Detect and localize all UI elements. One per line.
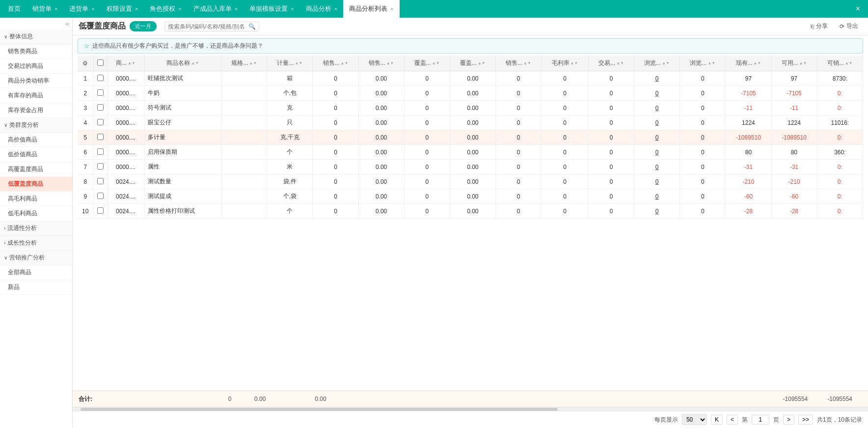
cell-browse1[interactable]: 0 [634,160,680,174]
cell-browse1[interactable]: 0 [634,115,680,130]
col-spec[interactable]: 规格... ▲▼ [221,56,267,71]
page-number-input[interactable] [752,415,769,425]
table-container[interactable]: ⚙ 商... ▲▼ 商品名称 [73,56,868,391]
nav-roles-close[interactable]: × [178,0,181,18]
row-checkbox[interactable] [97,104,104,111]
page-prev-button[interactable]: < [727,415,738,425]
share-button[interactable]: ⎗ 分享 [807,21,832,32]
browse1-link[interactable]: 0 [655,178,659,185]
col-margin[interactable]: 毛利率 ▲▼ [542,56,589,71]
nav-sales[interactable]: 销货单 × [27,0,63,18]
cell-checkbox[interactable] [93,174,107,189]
sidebar-item-low-margin[interactable]: 低毛利商品 [0,206,72,221]
sidebar-item-all-goods[interactable]: 全部商品 [0,265,72,280]
sidebar-section-overall[interactable]: ∨ 整体信息 [0,29,72,44]
nav-analysis-list-close[interactable]: × [390,0,393,18]
cell-browse1[interactable]: 0 [634,130,680,145]
browse1-link[interactable]: 0 [655,134,659,141]
cell-checkbox[interactable] [93,145,107,160]
sidebar-item-high-coverage[interactable]: 高覆盖度商品 [0,162,72,177]
nav-purchase-close[interactable]: × [91,0,94,18]
browse1-link[interactable]: 0 [655,149,659,156]
sidebar-item-category-rate[interactable]: 商品分类动销率 [0,74,72,88]
page-next-button[interactable]: > [783,415,794,425]
nav-production[interactable]: 产成品入库单 × [188,0,244,18]
row-checkbox[interactable] [97,163,104,170]
nav-permissions-close[interactable]: × [135,0,138,18]
col-trade[interactable]: 交易... ▲▼ [589,56,634,71]
sidebar-item-low-coverage[interactable]: 低覆盖度商品 [0,177,72,192]
col-current-stock[interactable]: 现有... ▲▼ [726,56,771,71]
search-icon[interactable]: 🔍 [248,23,256,30]
row-checkbox[interactable] [97,119,104,125]
sidebar-item-traded-goods[interactable]: 交易过的商品 [0,59,72,74]
cell-browse1[interactable]: 0 [634,86,680,101]
cell-browse1[interactable]: 0 [634,71,680,86]
browse1-link[interactable]: 0 [655,105,659,112]
col-name[interactable]: 商品名称 ▲▼ [144,56,221,71]
col-available[interactable]: 可用... ▲▼ [771,56,817,71]
page-first-button[interactable]: K [711,415,723,425]
col-code[interactable]: 商... ▲▼ [107,56,144,71]
search-input[interactable] [168,23,246,30]
export-button[interactable]: ⟳ 导出 [836,21,862,32]
select-all-checkbox[interactable] [97,59,104,66]
page-last-button[interactable]: >> [798,415,813,425]
sidebar-collapse-button[interactable]: « [0,18,72,29]
cell-checkbox[interactable] [93,71,107,86]
cell-checkbox[interactable] [93,130,107,145]
window-close-button[interactable]: × [850,4,866,13]
row-checkbox[interactable] [97,134,104,140]
row-checkbox[interactable] [97,178,104,184]
browse1-link[interactable]: 0 [655,208,659,215]
cell-browse1[interactable]: 0 [634,145,680,160]
col-sales-qty[interactable]: 销售... ▲▼ [313,56,358,71]
cell-checkbox[interactable] [93,86,107,101]
col-cov1[interactable]: 覆盖... ▲▼ [404,56,450,71]
cell-checkbox[interactable] [93,189,107,204]
row-checkbox[interactable] [97,193,104,199]
sidebar-item-low-value[interactable]: 低价值商品 [0,147,72,162]
settings-icon[interactable]: ⚙ [82,60,88,67]
sidebar-item-in-stock[interactable]: 有库存的商品 [0,88,72,103]
nav-production-close[interactable]: × [235,0,238,18]
nav-roles[interactable]: 角色授权 × [144,0,187,18]
cell-browse1[interactable]: 0 [634,101,680,115]
sidebar-section-cluster[interactable]: ∨ 类群度分析 [0,118,72,133]
col-sellable[interactable]: 可销... ▲▼ [817,56,863,71]
col-settings[interactable]: ⚙ [78,56,93,71]
row-checkbox[interactable] [97,89,104,96]
nav-analysis-list[interactable]: 商品分析列表 × [343,0,399,18]
col-checkbox[interactable] [93,56,107,71]
nav-analysis[interactable]: 商品分析 × [300,0,343,18]
sidebar-item-high-value[interactable]: 高价值商品 [0,133,72,147]
col-browse1[interactable]: 浏览... ▲▼ [634,56,680,71]
col-unit[interactable]: 计量... ▲▼ [267,56,313,71]
nav-permissions[interactable]: 权限设置 × [101,0,144,18]
cell-browse1[interactable]: 0 [634,174,680,189]
row-checkbox[interactable] [97,207,104,214]
sidebar-item-sales-goods[interactable]: 销售类商品 [0,44,72,59]
sidebar-section-growth[interactable]: › 成长性分析 [0,236,72,251]
nav-template-close[interactable]: × [291,0,294,18]
row-checkbox[interactable] [97,148,104,155]
col-sales3[interactable]: 销售... ▲▼ [495,56,541,71]
sidebar-item-new-goods[interactable]: 新品 [0,280,72,295]
cell-checkbox[interactable] [93,101,107,115]
scrollbar-thumb[interactable] [81,408,558,411]
cell-checkbox[interactable] [93,204,107,219]
cell-checkbox[interactable] [93,115,107,130]
sidebar-item-stock-capital[interactable]: 库存资金占用 [0,103,72,118]
per-page-select[interactable]: 50 100 200 [682,414,707,425]
col-browse2[interactable]: 浏览... ▲▼ [680,56,726,71]
horizontal-scrollbar[interactable] [73,407,868,411]
browse1-link[interactable]: 0 [655,90,659,97]
browse1-link[interactable]: 0 [655,119,659,126]
sidebar-section-marketing[interactable]: ∨ 营销推广分析 [0,251,72,265]
cell-checkbox[interactable] [93,160,107,174]
nav-analysis-close[interactable]: × [334,0,337,18]
browse1-link[interactable]: 0 [655,164,659,171]
filter-recent-month[interactable]: 近一月 [130,21,157,31]
nav-purchase[interactable]: 进货单 × [63,0,100,18]
nav-sales-close[interactable]: × [54,0,57,18]
